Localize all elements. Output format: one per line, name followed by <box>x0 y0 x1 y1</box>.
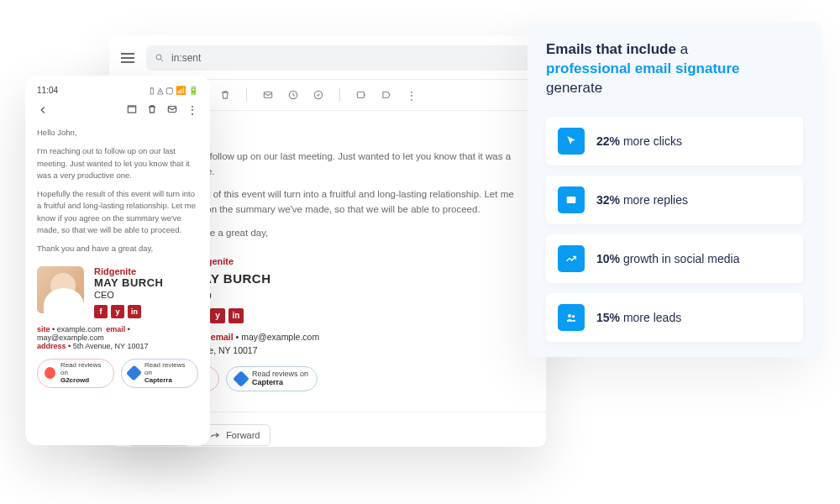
stat-leads: 15% more leads <box>546 293 803 342</box>
capterra-badge[interactable]: Read reviews onCapterra <box>226 366 318 391</box>
unread-icon[interactable] <box>262 89 274 101</box>
cursor-icon <box>558 128 585 155</box>
stats-card: Emails that include a professional email… <box>528 22 822 357</box>
svg-rect-9 <box>128 107 135 113</box>
capterra-logo-icon <box>233 370 249 387</box>
linkedin-icon[interactable]: in <box>128 305 141 318</box>
linkedin-icon[interactable]: in <box>228 308 244 323</box>
g2-logo-icon <box>45 367 55 379</box>
search-input[interactable]: in:sent <box>146 45 534 71</box>
search-icon <box>155 53 165 63</box>
sig-name: MAY BURCH <box>94 276 164 289</box>
svg-point-0 <box>156 55 161 60</box>
facebook-icon[interactable]: f <box>94 305 108 318</box>
twitter-icon[interactable]: y <box>111 305 124 318</box>
chart-icon <box>558 245 585 272</box>
email-p2: Hopefully the result of this event will … <box>37 188 198 236</box>
reply-stat-icon <box>558 186 585 213</box>
signature: Ridgenite MAY BURCH CEO f y in site • ex… <box>37 261 198 387</box>
svg-line-1 <box>161 60 164 62</box>
email-label: email <box>211 332 234 342</box>
search-value: in:sent <box>171 52 201 64</box>
stat-replies: 32% more replies <box>546 176 803 224</box>
capterra-logo-icon <box>126 365 142 381</box>
g2-badge[interactable]: Read reviews onG2crowd <box>37 359 114 387</box>
task-icon[interactable] <box>312 89 324 101</box>
users-icon <box>558 304 585 331</box>
mobile-statusbar: 11:04 ▯ ◬ ▢ 📶 🔋 <box>37 86 198 95</box>
svg-rect-8 <box>357 92 364 98</box>
menu-icon[interactable] <box>121 53 134 63</box>
mail-icon[interactable] <box>166 103 178 115</box>
back-icon[interactable] <box>37 104 49 116</box>
sig-title: CEO <box>94 290 164 300</box>
svg-point-13 <box>572 315 575 318</box>
avatar <box>37 266 84 313</box>
stat-clicks: 22% more clicks <box>546 117 803 165</box>
email-value[interactable]: may@example.com <box>241 332 319 342</box>
mobile-time: 11:04 <box>37 86 58 95</box>
stat-growth: 10% growth in social media <box>546 234 803 283</box>
mobile-email-window: 11:04 ▯ ◬ ▢ 📶 🔋 ⋮ Hello John, I'm reachi… <box>25 76 210 445</box>
mobile-status-icons: ▯ ◬ ▢ 📶 🔋 <box>150 86 198 95</box>
more-icon[interactable]: ⋮ <box>186 103 198 117</box>
twitter-icon[interactable]: y <box>210 308 225 323</box>
snooze-icon[interactable] <box>287 89 299 101</box>
email-p1: I'm reaching out to follow up on our las… <box>37 145 198 181</box>
sig-brand: Ridgenite <box>94 266 164 276</box>
forward-icon <box>209 429 221 441</box>
move-icon[interactable] <box>355 89 367 101</box>
trash-icon[interactable] <box>146 103 158 115</box>
archive-icon[interactable] <box>126 103 138 115</box>
stats-heading: Emails that include a professional email… <box>546 40 803 98</box>
email-closing: Thank you and have a great day, <box>37 243 198 255</box>
label-icon[interactable] <box>381 89 392 101</box>
more-icon[interactable]: ⋮ <box>406 89 417 101</box>
email-greeting: Hello John, <box>37 127 198 139</box>
svg-rect-11 <box>567 197 576 203</box>
svg-point-12 <box>568 314 571 318</box>
capterra-badge[interactable]: Read reviews onCapterra <box>121 359 198 387</box>
desktop-topbar: in:sent <box>109 35 546 80</box>
trash-icon[interactable] <box>219 89 231 101</box>
